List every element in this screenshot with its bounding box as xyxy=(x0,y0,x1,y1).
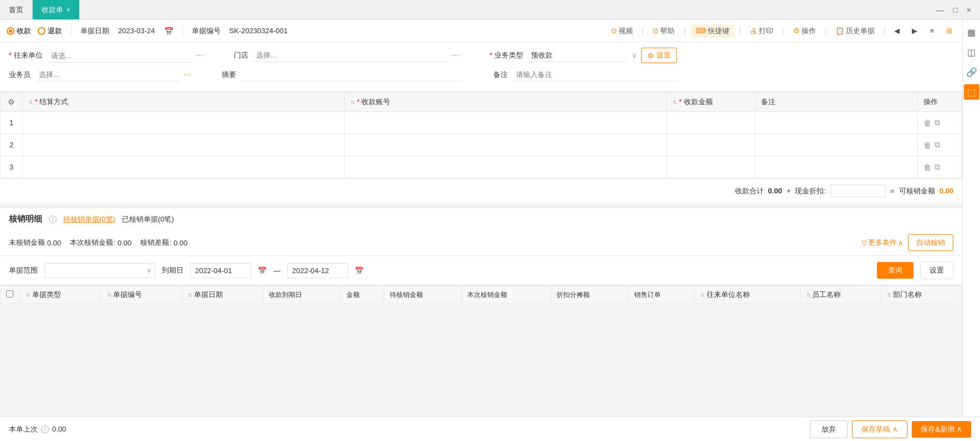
tab-active[interactable]: 收款单 × xyxy=(33,0,79,19)
business-type-input[interactable] xyxy=(528,49,627,62)
calendar-from-icon[interactable]: 📅 xyxy=(258,266,267,275)
col-account: ⇅ 收款账号 xyxy=(345,93,667,112)
more-conditions-link[interactable]: ▽ 更多条件 ∧ xyxy=(861,238,904,248)
delete-icon[interactable]: 🗑 xyxy=(923,163,931,172)
done-tab[interactable]: 已核销单据(0笔) xyxy=(122,214,174,224)
delete-icon[interactable]: 🗑 xyxy=(923,119,931,127)
toolbar-settings-button[interactable]: ⊞ xyxy=(943,25,956,37)
cell-account-3[interactable] xyxy=(345,156,667,178)
delete-icon[interactable]: 🗑 xyxy=(923,141,931,150)
col-checkbox xyxy=(1,286,21,304)
minimize-button[interactable]: — xyxy=(934,6,946,14)
maximize-button[interactable]: □ xyxy=(951,6,959,14)
next-button[interactable]: ▶ xyxy=(908,25,921,37)
cell-remarks-3[interactable] xyxy=(756,156,918,178)
layout-button[interactable]: ≡ xyxy=(926,25,937,37)
table-row: 2 🗑 ⧉ xyxy=(1,134,962,156)
customer-input[interactable] xyxy=(47,49,191,63)
settings-icon: ⊞ xyxy=(946,27,952,35)
discount-input[interactable] xyxy=(830,184,886,197)
chevron-down-icon[interactable]: ∨ xyxy=(632,52,637,59)
cell-settlement-2[interactable] xyxy=(23,134,345,156)
range-select[interactable] xyxy=(44,263,155,278)
diff-label: 核销差额: xyxy=(140,238,171,248)
prev-button[interactable]: ◀ xyxy=(891,25,903,37)
cell-account-2[interactable] xyxy=(345,134,667,156)
unverified-stat: 未核销金额 0.00 xyxy=(9,238,61,248)
avail-label: 可核销金额 xyxy=(899,186,935,196)
footer-info-icon[interactable]: i xyxy=(41,425,49,433)
shortcut-button[interactable]: ⌨ 快捷键 xyxy=(691,24,734,38)
query-button[interactable]: 查询 xyxy=(877,262,913,279)
close-button[interactable]: × xyxy=(964,6,973,14)
history-button[interactable]: 📋 历史单据 xyxy=(832,24,878,38)
diff-stat: 核销差额: 0.00 xyxy=(140,238,187,248)
operation-button[interactable]: ⚙ 操作 xyxy=(790,24,819,38)
draft-button[interactable]: 保存草稿 ∧ xyxy=(852,421,907,438)
save-button[interactable]: 保存&新增 ∧ xyxy=(912,421,971,438)
sidebar-expand-icon[interactable]: ⬚ xyxy=(964,84,979,100)
gear-icon: ⚙ xyxy=(647,52,654,60)
customer-more-icon[interactable]: ··· xyxy=(196,50,203,60)
remarks-input[interactable] xyxy=(512,68,678,81)
radio-tuikuan-label: 退款 xyxy=(48,26,62,36)
copy-icon[interactable]: ⧉ xyxy=(935,140,940,150)
sidebar-table-icon[interactable]: ▦ xyxy=(964,24,979,40)
date-from-input[interactable] xyxy=(190,263,251,278)
current-label: 本次核销金额: xyxy=(70,238,115,248)
cell-remarks-1[interactable] xyxy=(756,112,918,134)
cell-amount-2[interactable] xyxy=(667,134,756,156)
info-icon[interactable]: i xyxy=(49,216,57,223)
business-type-label: 业务类型 xyxy=(489,50,523,60)
radio-shoukuan[interactable]: 收款 xyxy=(7,26,31,36)
cell-settlement-1[interactable] xyxy=(23,112,345,134)
cell-account-1[interactable] xyxy=(345,112,667,134)
calendar-to-icon[interactable]: 📅 xyxy=(355,266,364,275)
footer: 本单上次 i 0.00 放弃 保存草稿 ∧ 保存&新增 ∧ xyxy=(0,417,980,441)
current-value: 0.00 xyxy=(118,239,131,247)
cell-amount-1[interactable] xyxy=(667,112,756,134)
copy-icon[interactable]: ⧉ xyxy=(935,118,940,127)
number-label: 单据编号 xyxy=(192,26,221,36)
copy-icon[interactable]: ⧉ xyxy=(935,162,940,172)
col-current-header: 本次核销金额 xyxy=(461,286,550,304)
table-settings-icon[interactable]: ⚙ xyxy=(8,98,15,106)
query-settings-button[interactable]: 设置 xyxy=(920,261,953,279)
cell-amount-3[interactable] xyxy=(667,156,756,178)
cell-settlement-3[interactable] xyxy=(23,156,345,178)
prev-icon: ◀ xyxy=(894,27,900,35)
video-icon: ⊙ xyxy=(611,27,617,35)
form-settings-button[interactable]: ⚙ 设置 xyxy=(641,48,677,63)
staff-input[interactable] xyxy=(35,68,179,81)
help-button[interactable]: ⊙ 帮助 xyxy=(649,24,678,38)
select-all-checkbox[interactable] xyxy=(6,290,13,298)
tab-home[interactable]: 首页 xyxy=(0,0,33,19)
radio-dot-shoukuan xyxy=(7,27,14,35)
video-button[interactable]: ⊙ 视频 xyxy=(608,24,636,38)
abandon-button[interactable]: 放弃 xyxy=(810,421,848,438)
print-button[interactable]: 🖨 打印 xyxy=(747,24,777,38)
summary-input[interactable] xyxy=(241,68,462,81)
sidebar-doc-icon[interactable]: ◫ xyxy=(964,44,979,60)
date-to-input[interactable] xyxy=(287,263,348,278)
table-container: ⚙ ⇅ 结算方式 ⇅ 收款账号 ⇅ 收款金额 备注 操作 xyxy=(0,92,962,178)
radio-shoukuan-label: 收款 xyxy=(17,26,31,36)
radio-tuikuan[interactable]: 退款 xyxy=(38,26,62,36)
auto-verify-button[interactable]: 自动核销 xyxy=(908,234,953,251)
date-dash: — xyxy=(273,266,280,275)
sidebar-link-icon[interactable]: 🔗 xyxy=(964,64,979,80)
store-more-icon[interactable]: ··· xyxy=(451,50,458,60)
cell-remarks-2[interactable] xyxy=(756,134,918,156)
sort-icon: ⇅ xyxy=(107,292,111,298)
pending-tab[interactable]: 待核销单据(0笔) xyxy=(63,214,115,224)
toolbar: 收款 退款 单据日期 2023-03-24 📅 单据编号 SK-20230324… xyxy=(0,20,962,42)
calendar-icon[interactable]: 📅 xyxy=(164,27,173,35)
radio-dot-tuikuan xyxy=(38,27,45,35)
col-discount-header: 折扣分摊额 xyxy=(550,286,628,304)
form-area: 往来单位 ··· 门店 ··· 业务类型 ∨ ⚙ 设置 业务员 ··· 摘要 备… xyxy=(0,42,962,92)
close-icon[interactable]: × xyxy=(67,6,70,14)
equals-sign: = xyxy=(890,187,895,195)
store-input[interactable] xyxy=(253,49,447,62)
settings-label: 设置 xyxy=(656,50,671,60)
staff-more-icon[interactable]: ··· xyxy=(183,70,191,80)
